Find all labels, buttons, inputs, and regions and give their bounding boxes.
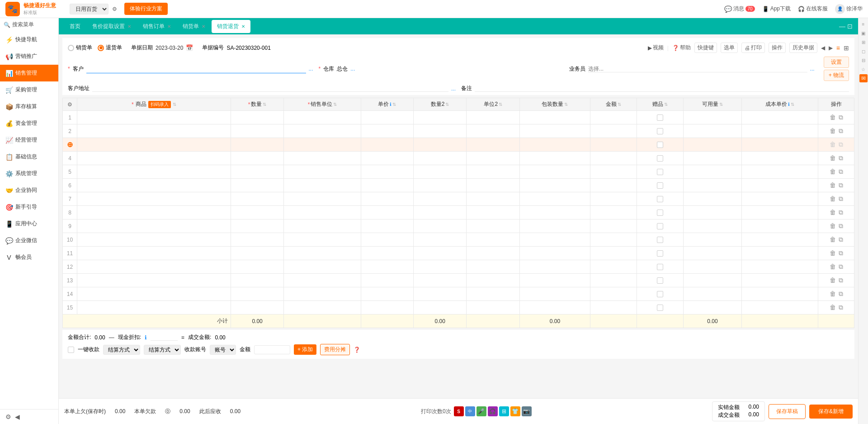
- tab-close-price[interactable]: ✕: [127, 24, 131, 29]
- address-select-icon[interactable]: ...: [451, 86, 456, 92]
- gift-checkbox-12[interactable]: [657, 264, 663, 270]
- copy-row-10[interactable]: ⧉: [839, 236, 843, 243]
- action-help[interactable]: ❓ 帮助: [672, 44, 691, 52]
- calendar-icon[interactable]: 📅: [186, 44, 193, 51]
- save-draft-btn[interactable]: 保存草稿: [769, 404, 806, 419]
- gift-checkbox-9[interactable]: [657, 223, 663, 229]
- nav-prev-icon[interactable]: ◀: [821, 45, 825, 51]
- view-grid-icon[interactable]: ⊞: [844, 44, 849, 52]
- toolbar-icon-shirt[interactable]: 👕: [510, 406, 520, 416]
- gift-checkbox-1[interactable]: [657, 114, 663, 121]
- add-payment-btn[interactable]: + 添加: [294, 344, 316, 355]
- col-unit2-sort[interactable]: ⇅: [499, 102, 502, 107]
- copy-row-1[interactable]: ⧉: [839, 114, 843, 121]
- delete-row-1[interactable]: 🗑: [830, 114, 836, 121]
- tab-close-delivery[interactable]: ✕: [202, 24, 205, 29]
- account-select[interactable]: 账号: [210, 345, 236, 355]
- toolbar-icon-ear[interactable]: 🎧: [488, 406, 498, 416]
- sidebar-item-basic-info[interactable]: 📋 基础信息: [0, 148, 58, 165]
- date-value[interactable]: 2023-03-20: [156, 45, 183, 51]
- settings-icon[interactable]: ⚙: [112, 6, 117, 12]
- delete-row-8[interactable]: 🗑: [830, 209, 836, 216]
- scan-input-btn[interactable]: 扫码录入: [148, 101, 171, 108]
- action-shortcut[interactable]: 快捷键: [694, 43, 717, 53]
- copy-row-2[interactable]: ⧉: [839, 127, 843, 135]
- col-amount-sort[interactable]: ⇅: [618, 102, 621, 107]
- remarks-input[interactable]: [475, 85, 849, 92]
- col-gift-sort[interactable]: ⇅: [664, 102, 668, 107]
- sidebar-item-finance[interactable]: 💰 资金管理: [0, 115, 58, 132]
- tab-price-settings[interactable]: 售价提取设置 ✕: [87, 20, 137, 33]
- col-qty2-sort[interactable]: ⇅: [445, 102, 449, 107]
- sidebar-item-member[interactable]: V 畅会员: [0, 249, 58, 266]
- customer-select-icon[interactable]: ...: [309, 66, 313, 72]
- right-icon-5[interactable]: ⊟: [859, 56, 868, 64]
- toolbar-icon-s[interactable]: S: [454, 406, 464, 416]
- action-select[interactable]: 选单: [721, 43, 738, 53]
- expense-split-btn[interactable]: 费用分摊: [320, 344, 350, 355]
- toolbar-icon-mic[interactable]: 🎤: [476, 406, 486, 416]
- sidebar-item-inventory[interactable]: 📦 库存核算: [0, 98, 58, 115]
- collapse-icon[interactable]: ◀: [15, 413, 20, 420]
- radio-sales-bill[interactable]: 销货单: [68, 44, 92, 52]
- sidebar-item-enterprise[interactable]: 🤝 企业协同: [0, 182, 58, 199]
- action-operate[interactable]: 操作: [769, 43, 786, 53]
- right-icon-4[interactable]: ◻: [859, 47, 868, 55]
- radio-return-bill[interactable]: 退货单: [98, 44, 122, 52]
- copy-row-4[interactable]: ⧉: [839, 154, 843, 162]
- action-print[interactable]: 🖨 打印: [741, 43, 765, 53]
- view-list-icon[interactable]: ≡: [836, 44, 840, 52]
- sidebar-item-system[interactable]: ⚙️ 系统管理: [0, 165, 58, 182]
- nav-next-icon[interactable]: ▶: [829, 45, 833, 51]
- copy-row-12[interactable]: ⧉: [839, 263, 843, 271]
- copy-row-13[interactable]: ⧉: [839, 276, 843, 284]
- gift-checkbox-3[interactable]: [657, 142, 663, 148]
- copy-row-9[interactable]: ⧉: [839, 222, 843, 230]
- sidebar-item-app-center[interactable]: 📱 应用中心: [0, 215, 58, 232]
- warehouse-select-icon[interactable]: ...: [350, 66, 355, 72]
- delete-row-9[interactable]: 🗑: [830, 222, 836, 230]
- copy-row-8[interactable]: ⧉: [839, 209, 843, 216]
- tab-maximize-icon[interactable]: ⊡: [847, 23, 853, 30]
- tab-sales-return[interactable]: 销货退货 ✕: [212, 20, 250, 33]
- sidebar-item-wechat[interactable]: 💬 企业微信: [0, 232, 58, 249]
- address-input[interactable]: [92, 85, 448, 92]
- delete-row-14[interactable]: 🗑: [830, 290, 836, 298]
- col-available-sort[interactable]: ⇅: [719, 102, 723, 107]
- toolbar-icon-zh[interactable]: 中: [465, 406, 475, 416]
- product-input-row3[interactable]: [78, 142, 230, 148]
- experience-btn[interactable]: 体验行业方案: [124, 3, 168, 15]
- delete-row-3[interactable]: 🗑: [830, 141, 836, 148]
- add-row-icon[interactable]: ⊕: [67, 141, 73, 148]
- delete-row-13[interactable]: 🗑: [830, 276, 836, 284]
- calc-method-select[interactable]: 结算方式: [144, 345, 181, 355]
- col-sales-unit-sort[interactable]: ⇅: [333, 102, 337, 107]
- col-qty-sort[interactable]: ⇅: [263, 102, 266, 107]
- gift-checkbox-8[interactable]: [657, 210, 663, 216]
- delete-row-7[interactable]: 🗑: [830, 195, 836, 203]
- settings-bottom-icon[interactable]: ⚙: [5, 413, 11, 420]
- gift-checkbox-11[interactable]: [657, 250, 663, 257]
- gift-checkbox-15[interactable]: [657, 305, 663, 311]
- gift-checkbox-4[interactable]: [657, 155, 663, 162]
- action-video[interactable]: ▶ 视频: [648, 44, 664, 52]
- tab-home[interactable]: 首页: [64, 20, 86, 33]
- sidebar-item-operations[interactable]: 📈 经营管理: [0, 132, 58, 148]
- tab-minimize-icon[interactable]: —: [839, 23, 845, 30]
- settlement-method-select[interactable]: 结算方式: [103, 345, 140, 355]
- sidebar-item-guide[interactable]: 🎯 新手引导: [0, 199, 58, 215]
- delete-row-12[interactable]: 🗑: [830, 263, 836, 271]
- save-new-btn[interactable]: 保存&新增: [809, 405, 853, 419]
- gift-checkbox-13[interactable]: [657, 277, 663, 284]
- delete-row-2[interactable]: 🗑: [830, 127, 836, 135]
- col-unit-price-sort[interactable]: ⇅: [392, 102, 396, 107]
- delete-row-10[interactable]: 🗑: [830, 236, 836, 243]
- sidebar-search[interactable]: 🔍 搜索菜单: [0, 18, 58, 31]
- logistics-btn[interactable]: + 物流: [824, 70, 849, 81]
- gift-checkbox-10[interactable]: [657, 237, 663, 243]
- gift-checkbox-6[interactable]: [657, 182, 663, 189]
- copy-row-14[interactable]: ⧉: [839, 290, 843, 298]
- col-cost-price-sort[interactable]: ⇅: [791, 102, 794, 107]
- sidebar-item-marketing[interactable]: 📢 营销推广: [0, 48, 58, 65]
- table-settings-icon[interactable]: ⚙: [67, 101, 72, 108]
